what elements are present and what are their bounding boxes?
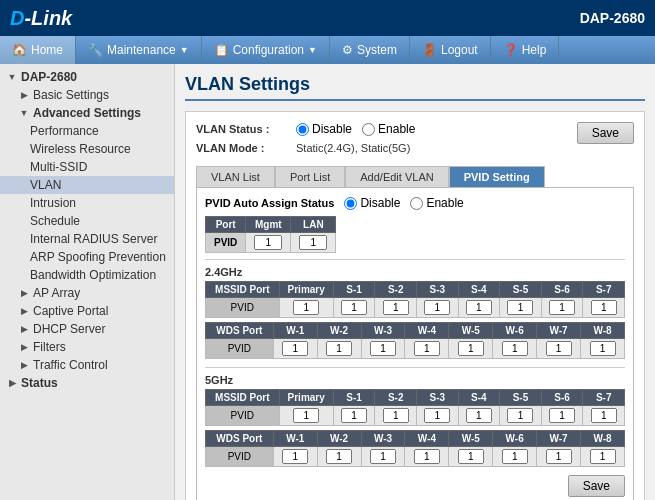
tab-add-edit-vlan[interactable]: Add/Edit VLAN [345,166,448,187]
col-s6: S-6 [541,282,583,298]
col-w6: W-6 [493,431,537,447]
w7-pvid-5[interactable] [537,447,581,467]
sidebar-item-bandwidth-opt[interactable]: Bandwidth Optimization [0,266,174,284]
w3-pvid-5[interactable] [361,447,405,467]
pvid-auto-radio: Disable Enable [344,196,463,210]
s3-pvid[interactable] [417,298,459,318]
pvid-row-label: PVID [206,298,280,318]
col-s3: S-3 [417,390,459,406]
w6-pvid[interactable] [493,339,537,359]
sidebar-item-arp-spoofing[interactable]: ARP Spoofing Prevention [0,248,174,266]
port-mgmt-table: Port Mgmt LAN PVID [205,216,336,253]
wds-table-5: WDS Port W-1 W-2 W-3 W-4 W-5 W-6 W-7 W-8… [205,430,625,467]
lan-pvid[interactable] [291,233,336,253]
bottom-save-button[interactable]: Save [568,475,625,497]
sidebar-item-advanced-settings[interactable]: ▼ Advanced Settings [0,104,174,122]
w6-pvid-5[interactable] [493,447,537,467]
w8-pvid-5[interactable] [581,447,625,467]
w5-pvid-5[interactable] [449,447,493,467]
col-s5: S-5 [500,282,542,298]
tab-pvid-setting[interactable]: PVID Setting [449,166,545,187]
w1-pvid[interactable] [273,339,317,359]
primary-pvid-5[interactable] [279,406,333,426]
s4-pvid-5[interactable] [458,406,500,426]
disable-radio[interactable] [296,123,309,136]
col-w1: W-1 [273,431,317,447]
s5-pvid-5[interactable] [500,406,542,426]
tab-port-list[interactable]: Port List [275,166,345,187]
w2-pvid[interactable] [317,339,361,359]
w4-pvid[interactable] [405,339,449,359]
expand-icon: ▶ [18,287,30,299]
section-5ghz: 5GHz [205,374,625,386]
sidebar-item-dap2680[interactable]: ▼ DAP-2680 [0,68,174,86]
s2-pvid[interactable] [375,298,417,318]
w3-pvid[interactable] [361,339,405,359]
nav-system[interactable]: ⚙ System [330,36,410,64]
tab-bar: VLAN List Port List Add/Edit VLAN PVID S… [196,166,634,187]
col-s6: S-6 [541,390,583,406]
top-row: VLAN Status : Disable Enable [196,122,634,160]
s6-pvid[interactable] [541,298,583,318]
table-row: MSSID Port Primary S-1 S-2 S-3 S-4 S-5 S… [206,282,625,298]
sidebar-item-vlan[interactable]: VLAN [0,176,174,194]
nav-help[interactable]: ❓ Help [491,36,560,64]
enable-radio[interactable] [362,123,375,136]
pvid-enable-radio[interactable] [410,197,423,210]
disable-radio-label[interactable]: Disable [296,122,352,136]
pvid-auto-label: PVID Auto Assign Status [205,197,334,209]
table-row: WDS Port W-1 W-2 W-3 W-4 W-5 W-6 W-7 W-8 [206,431,625,447]
col-w6: W-6 [493,323,537,339]
sidebar-item-schedule[interactable]: Schedule [0,212,174,230]
top-save-button[interactable]: Save [577,122,634,144]
system-icon: ⚙ [342,43,353,57]
sidebar-item-intrusion[interactable]: Intrusion [0,194,174,212]
tab-vlan-list[interactable]: VLAN List [196,166,275,187]
nav-logout[interactable]: 🚪 Logout [410,36,491,64]
pvid-disable-label[interactable]: Disable [344,196,400,210]
s6-pvid-5[interactable] [541,406,583,426]
mgmt-pvid[interactable] [246,233,291,253]
s2-pvid-5[interactable] [375,406,417,426]
s4-pvid[interactable] [458,298,500,318]
w7-pvid[interactable] [537,339,581,359]
vlan-mode-row: VLAN Mode : Static(2.4G), Static(5G) [196,142,567,154]
w8-pvid[interactable] [581,339,625,359]
col-mssid: MSSID Port [206,390,280,406]
enable-radio-label[interactable]: Enable [362,122,415,136]
sidebar-item-captive-portal[interactable]: ▶ Captive Portal [0,302,174,320]
s1-pvid[interactable] [333,298,375,318]
s5-pvid[interactable] [500,298,542,318]
col-wds: WDS Port [206,323,274,339]
col-s5: S-5 [500,390,542,406]
nav-home[interactable]: 🏠 Home [0,36,76,64]
sidebar-item-performance[interactable]: Performance [0,122,174,140]
w5-pvid[interactable] [449,339,493,359]
nav-maintenance[interactable]: 🔧 Maintenance ▼ [76,36,202,64]
w1-pvid-5[interactable] [273,447,317,467]
s3-pvid-5[interactable] [417,406,459,426]
sidebar-item-filters[interactable]: ▶ Filters [0,338,174,356]
pvid-row-label: PVID [206,339,274,359]
s7-pvid[interactable] [583,298,625,318]
w4-pvid-5[interactable] [405,447,449,467]
sidebar-item-traffic-control[interactable]: ▶ Traffic Control [0,356,174,374]
vlan-status-label: VLAN Status : [196,123,296,135]
sidebar-item-status[interactable]: ▶ Status [0,374,174,392]
sidebar-item-basic-settings[interactable]: ▶ Basic Settings [0,86,174,104]
nav-configuration[interactable]: 📋 Configuration ▼ [202,36,330,64]
expand-icon: ▶ [18,305,30,317]
col-w1: W-1 [273,323,317,339]
pvid-enable-label[interactable]: Enable [410,196,463,210]
sidebar-item-ap-array[interactable]: ▶ AP Array [0,284,174,302]
pvid-disable-radio[interactable] [344,197,357,210]
sidebar-item-dhcp-server[interactable]: ▶ DHCP Server [0,320,174,338]
s7-pvid-5[interactable] [583,406,625,426]
s1-pvid-5[interactable] [333,406,375,426]
sidebar-item-multi-ssid[interactable]: Multi-SSID [0,158,174,176]
sidebar-item-wireless-resource[interactable]: Wireless Resource [0,140,174,158]
expand-icon: ▶ [18,323,30,335]
sidebar-item-internal-radius[interactable]: Internal RADIUS Server [0,230,174,248]
primary-pvid[interactable] [279,298,333,318]
w2-pvid-5[interactable] [317,447,361,467]
